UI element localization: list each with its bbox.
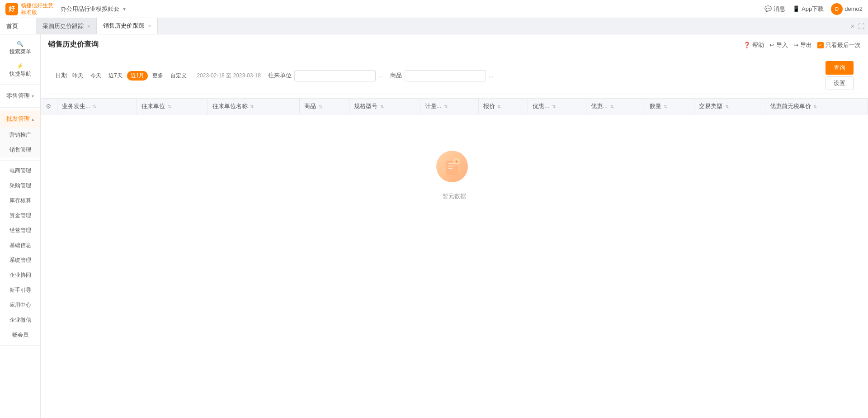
topbar-right: 💬 消息 📱 App下载 D demo2	[764, 3, 863, 15]
sidebar-section-others: 电商管理 采购管理 库存核算 资金管理 经营管理 基础信息 系统管理 企业协同	[0, 161, 40, 346]
sort-icon-discount1[interactable]: ⇅	[552, 104, 556, 109]
sidebar-section-wholesale: 批发管理 ▴ 营销推广 销售管理	[0, 108, 40, 161]
main-layout: 🔍 搜索菜单 ⚡ 快捷导航 零售管理 ▾ 批发管理 ▴ 营销推广	[0, 34, 868, 418]
sidebar-item-wholesale[interactable]: 批发管理 ▴	[0, 110, 40, 128]
topbar-title: 办公用品行业模拟账套	[61, 5, 119, 13]
checkbox-checked-icon: ✓	[817, 42, 824, 48]
query-button[interactable]: 查询	[826, 61, 854, 75]
date-btn-more[interactable]: 更多	[150, 71, 166, 81]
content-area: 销售历史价查询 ❓ 帮助 ↩ 导入 ↪ 导出 ✓	[41, 34, 868, 418]
date-buttons: 昨天 今天 近7天 近1月 更多 自定义	[70, 71, 189, 81]
sort-icon-goods[interactable]: ⇅	[319, 104, 322, 109]
sidebar-item-search[interactable]: 🔍 搜索菜单	[0, 37, 40, 59]
empty-image	[436, 151, 472, 187]
sort-icon-discount2[interactable]: ⇅	[610, 104, 614, 109]
header-row: ⚙ 业务发生... ⇅ 往来单位 ⇅ 往来单位名称	[41, 99, 868, 114]
date-btn-today[interactable]: 今天	[88, 71, 104, 81]
app-download-button[interactable]: 📱 App下载	[793, 5, 824, 13]
sidebar-item-vip[interactable]: 畅会员	[0, 328, 40, 342]
message-button[interactable]: 💬 消息	[764, 5, 785, 13]
help-button[interactable]: ❓ 帮助	[743, 41, 764, 49]
sidebar-item-cooperation[interactable]: 企业协同	[0, 268, 40, 283]
th-discount1: 优惠... ⇅	[528, 99, 586, 114]
sidebar-item-marketing[interactable]: 营销推广	[0, 128, 40, 142]
goods-dots-button[interactable]: ...	[489, 72, 493, 79]
close-all-tabs-button[interactable]: ×	[851, 23, 854, 30]
sidebar-section-retail: 零售管理 ▾	[0, 85, 40, 108]
sidebar-item-system[interactable]: 系统管理	[0, 253, 40, 268]
date-btn-7days[interactable]: 近7天	[106, 71, 125, 81]
chevron-down-icon: ▾	[32, 94, 34, 99]
th-quantity: 数量 ⇅	[645, 99, 694, 114]
message-icon: 💬	[764, 5, 772, 12]
sort-icon-quantity[interactable]: ⇅	[664, 104, 667, 109]
th-trade-type: 交易类型 ⇅	[694, 99, 765, 114]
th-quote: 报价 ⇅	[478, 99, 528, 114]
sidebar-item-basic-info[interactable]: 基础信息	[0, 238, 40, 253]
sidebar-item-app-center[interactable]: 应用中心	[0, 298, 40, 313]
date-range-display: 2023-02-18 至 2023-03-18	[197, 72, 260, 80]
tab-close-purchase[interactable]: ×	[87, 24, 90, 29]
sidebar-item-operations[interactable]: 经营管理	[0, 223, 40, 238]
settings-button[interactable]: 设置	[826, 76, 854, 90]
date-btn-yesterday[interactable]: 昨天	[70, 71, 86, 81]
sidebar-item-retail[interactable]: 零售管理 ▾	[0, 87, 40, 104]
sort-icon-partner-code[interactable]: ⇅	[168, 104, 171, 109]
th-partner-code: 往来单位 ⇅	[137, 99, 208, 114]
sidebar-item-sales-mgmt[interactable]: 销售管理	[0, 142, 40, 157]
date-btn-custom[interactable]: 自定义	[168, 71, 189, 81]
chevron-up-icon: ▴	[32, 117, 34, 122]
date-filter-label: 日期	[55, 71, 67, 80]
tab-close-sales[interactable]: ×	[148, 23, 151, 28]
table-settings-icon[interactable]: ⚙	[46, 103, 52, 110]
tab-purchase-history[interactable]: 采购历史价跟踪 ×	[36, 18, 97, 34]
export-button[interactable]: ↪ 导出	[793, 41, 812, 49]
goods-filter-group: 商品 ...	[390, 70, 493, 81]
partner-dots-button[interactable]: ...	[378, 72, 383, 79]
empty-illustration	[436, 151, 468, 182]
last-only-checkbox[interactable]: ✓ 只看最后一次	[817, 41, 861, 49]
sort-icon-quote[interactable]: ⇅	[497, 104, 501, 109]
avatar: D	[831, 3, 843, 15]
sort-icon-biz-date[interactable]: ⇅	[93, 104, 96, 109]
partner-input[interactable]	[294, 70, 376, 81]
sidebar-item-wechat[interactable]: 企业微信	[0, 313, 40, 328]
search-icon: 🔍	[17, 41, 24, 47]
import-button[interactable]: ↩ 导入	[769, 41, 788, 49]
sidebar-item-ecommerce[interactable]: 电商管理	[0, 163, 40, 178]
th-pre-tax-price: 优惠前无税单价 ⇅	[765, 99, 868, 114]
no-data-icon	[441, 155, 463, 178]
topbar: 好 畅捷信好生意 标准版 办公用品行业模拟账套 ▾ 💬 消息 📱 App下载 D…	[0, 0, 868, 18]
sort-icon-pre-tax-price[interactable]: ⇅	[813, 104, 817, 109]
page-title: 销售历史价查询	[48, 40, 99, 49]
sidebar-item-inventory[interactable]: 库存核算	[0, 193, 40, 208]
topbar-left: 好 畅捷信好生意 标准版 办公用品行业模拟账套 ▾	[5, 2, 126, 15]
topbar-dropdown[interactable]: ▾	[123, 6, 126, 12]
table-header: ⚙ 业务发生... ⇅ 往来单位 ⇅ 往来单位名称	[41, 99, 868, 114]
fullscreen-button[interactable]: ⛶	[858, 23, 864, 30]
filter-row: 日期 昨天 今天 近7天 近1月 更多 自定义 2023-02-18 至 202…	[48, 57, 861, 94]
logo-area: 好 畅捷信好生意 标准版	[5, 2, 53, 15]
data-table: ⚙ 业务发生... ⇅ 往来单位 ⇅ 往来单位名称	[41, 98, 868, 114]
tab-sales-history[interactable]: 销售历史价跟踪 ×	[97, 18, 157, 34]
sidebar-item-purchase[interactable]: 采购管理	[0, 178, 40, 193]
sort-icon-partner-name[interactable]: ⇅	[250, 104, 254, 109]
tab-home[interactable]: 首页	[0, 18, 36, 34]
user-profile[interactable]: D demo2	[831, 3, 863, 15]
th-spec: 规格型号 ⇅	[349, 99, 420, 114]
sidebar-search-section: 🔍 搜索菜单 ⚡ 快捷导航	[0, 34, 40, 85]
sidebar-item-new-guide[interactable]: 新手引导	[0, 283, 40, 298]
sidebar-item-quick-nav[interactable]: ⚡ 快捷导航	[0, 59, 40, 81]
nav-icon: ⚡	[17, 63, 24, 69]
page-toolbar: ❓ 帮助 ↩ 导入 ↪ 导出 ✓ 只看最后一次	[743, 41, 861, 49]
sidebar-item-finance[interactable]: 资金管理	[0, 208, 40, 223]
tab-actions: × ⛶	[847, 18, 868, 34]
goods-input[interactable]	[405, 70, 486, 81]
date-btn-1month[interactable]: 近1月	[127, 71, 148, 81]
th-biz-date: 业务发生... ⇅	[57, 99, 137, 114]
sort-icon-unit[interactable]: ⇅	[444, 104, 448, 109]
sort-icon-spec[interactable]: ⇅	[380, 104, 384, 109]
sidebar-sub-wholesale: 营销推广 销售管理	[0, 128, 40, 157]
empty-text: 暂元数据	[443, 192, 466, 200]
sort-icon-trade-type[interactable]: ⇅	[725, 104, 729, 109]
